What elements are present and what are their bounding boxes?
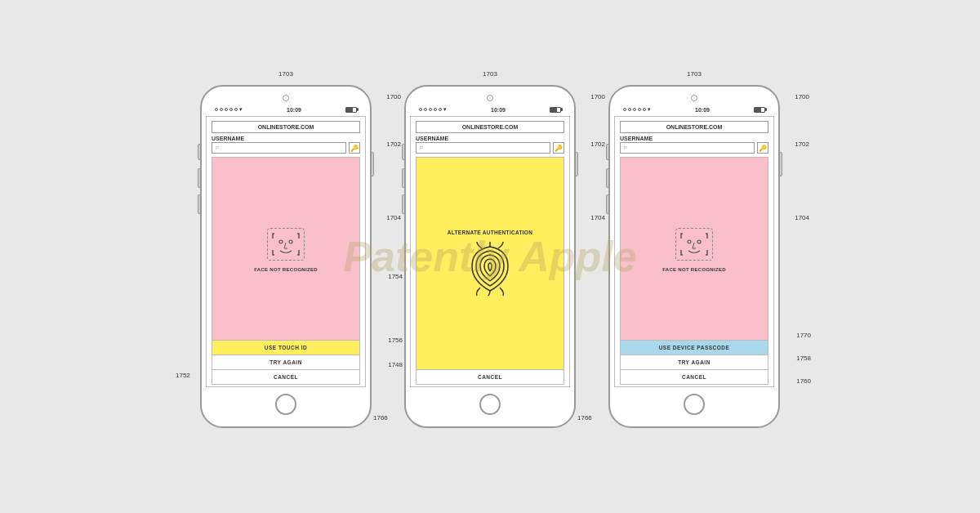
username-label-3: USERNAME (620, 136, 768, 141)
time-3: 10:09 (695, 107, 710, 113)
phone2-wrapper: 1703 1700 1702 1704 1764 1766 ▾ (404, 85, 576, 428)
ann-1702-1: 1702 (386, 141, 401, 148)
ann-1760-3: 1760 (796, 377, 811, 385)
phone1-top: ▾ 10:09 (202, 95, 370, 114)
side-btn-left-mid-3 (606, 168, 609, 188)
fingerprint-box-2: ALTERNATE AUTHENTICATION (416, 158, 564, 369)
ann-1748-1: 1748 (388, 361, 403, 368)
cancel-btn-2[interactable]: CANCEL (416, 369, 564, 384)
ann-1766-2: 1766 (373, 414, 388, 422)
svg-point-3 (697, 240, 701, 243)
ann-1703-1: 1703 (278, 70, 293, 78)
svg-point-1 (289, 240, 292, 243)
ann-1703-2: 1703 (483, 70, 497, 78)
ann-1704-2: 1704 (590, 214, 605, 221)
phone1: ▾ 10:09 ONLINESTORE.COM USERNAME P 🔑 (200, 85, 372, 428)
side-btn-right-1 (371, 152, 374, 176)
time-1: 10:09 (287, 107, 301, 113)
dot2 (220, 108, 223, 111)
cancel-btn-1[interactable]: CANCEL (212, 369, 359, 384)
ann-1756-1: 1756 (388, 337, 403, 344)
try-again-btn-1[interactable]: TRY AGAIN (212, 355, 359, 369)
speaker-3 (691, 95, 697, 101)
password-row-3: P 🔑 (620, 142, 768, 154)
dot4 (638, 108, 641, 111)
phone3-top: ▾ 10:09 (610, 95, 778, 114)
dot4 (229, 108, 233, 111)
wifi-icon-2: ▾ (443, 106, 447, 113)
wifi-icon-3: ▾ (648, 106, 651, 113)
cancel-btn-3[interactable]: CANCEL (621, 369, 768, 384)
side-btn-left-bot-3 (606, 194, 609, 214)
ann-1700-1: 1700 (386, 93, 401, 100)
battery-2 (550, 107, 561, 113)
alt-auth-title-2: ALTERNATE AUTHENTICATION (448, 230, 532, 235)
fingerprint-svg-2 (466, 240, 514, 297)
face-not-recognized-3: FACE NOT RECOGNIZED (662, 267, 726, 272)
home-btn-2[interactable] (479, 394, 501, 415)
key-btn-1[interactable]: 🔑 (349, 142, 360, 154)
ann-1704-1: 1704 (386, 214, 401, 221)
home-btn-1[interactable] (275, 394, 296, 415)
screen-1: ONLINESTORE.COM USERNAME P 🔑 (206, 116, 366, 387)
face-frame-3 (675, 228, 713, 261)
ann-1766-3: 1766 (577, 414, 592, 422)
speaker-2 (487, 95, 493, 101)
password-row-1: P 🔑 (212, 142, 360, 154)
face-id-box-3: FACE NOT RECOGNIZED (621, 158, 768, 340)
time-2: 10:09 (491, 107, 506, 113)
use-touch-id-btn-1[interactable]: USE TOUCH ID (212, 340, 359, 355)
dot3 (633, 108, 636, 111)
home-btn-3[interactable] (684, 394, 705, 415)
face-svg-3 (679, 232, 709, 256)
status-bar-2: ▾ 10:09 (412, 105, 568, 114)
status-bar-3: ▾ 10:09 (617, 105, 772, 114)
phone3: ▾ 10:09 ONLINESTORE.COM USERNAME P 🔑 (608, 85, 780, 428)
side-btn-left-mid-1 (198, 168, 201, 188)
ann-1700-3: 1700 (795, 93, 809, 100)
screen-2: ONLINESTORE.COM USERNAME P 🔑 ALTERNATE A… (410, 116, 570, 387)
battery-3 (754, 107, 765, 113)
status-bar-1: ▾ 10:09 (208, 105, 363, 114)
ann-1702-2: 1702 (590, 141, 605, 148)
ann-1703-3: 1703 (687, 70, 702, 78)
password-field-1[interactable]: P (212, 142, 346, 154)
dot4 (434, 108, 437, 111)
phone3-wrapper: 1703 1700 1702 1704 1770 1758 1760 1766 (608, 85, 780, 428)
key-btn-3[interactable]: 🔑 (757, 142, 768, 154)
phone1-wrapper: 1703 1700 1702 1704 1754 1756 1748 1752 (200, 85, 372, 428)
side-btn-left-top-3 (606, 144, 609, 160)
side-btn-left-top-1 (198, 144, 201, 160)
wifi-icon-1: ▾ (239, 106, 243, 113)
signal-icons-2: ▾ (419, 106, 447, 113)
dot5 (643, 108, 646, 111)
side-btn-right-3 (779, 152, 782, 176)
side-btn-left-bot-2 (402, 194, 405, 214)
use-passcode-btn-3[interactable]: USE DEVICE PASSCODE (621, 340, 768, 355)
dot1 (215, 108, 218, 111)
side-btn-left-top-2 (402, 144, 405, 160)
password-field-2[interactable]: P (416, 142, 550, 154)
dot1 (419, 108, 422, 111)
ann-1770-3: 1770 (796, 332, 811, 339)
face-not-recognized-1: FACE NOT RECOGNIZED (254, 267, 318, 272)
password-field-3[interactable]: P (620, 142, 755, 154)
side-btn-left-mid-2 (402, 168, 405, 188)
signal-icons-1: ▾ (215, 106, 243, 113)
ann-1702-3: 1702 (795, 141, 809, 148)
key-btn-2[interactable]: 🔑 (553, 142, 564, 154)
ann-1754-1: 1754 (388, 273, 403, 280)
svg-point-2 (688, 240, 691, 243)
dot5 (439, 108, 442, 111)
side-btn-right-2 (575, 152, 578, 176)
username-label-2: USERNAME (416, 136, 564, 141)
screen-3: ONLINESTORE.COM USERNAME P 🔑 (614, 116, 774, 387)
dot3 (225, 108, 228, 111)
try-again-btn-3[interactable]: TRY AGAIN (621, 355, 768, 369)
dot5 (234, 108, 238, 111)
username-label-1: USERNAME (212, 136, 360, 141)
dot1 (623, 108, 626, 111)
dot3 (429, 108, 432, 111)
side-btn-left-bot-1 (198, 194, 201, 214)
ann-1704-3: 1704 (795, 214, 809, 221)
